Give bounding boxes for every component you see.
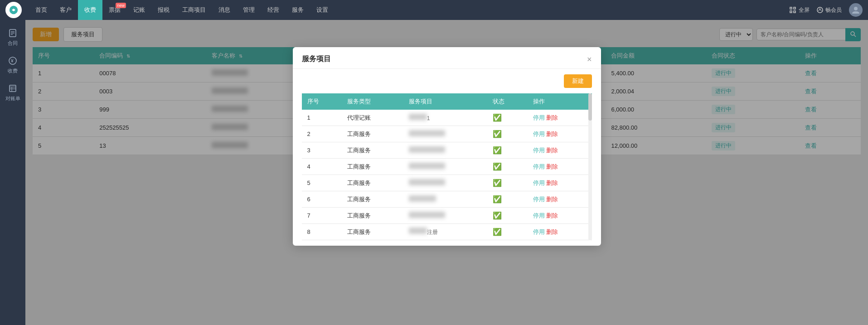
modal-table-row: 5 工商服务 ✅ 停用 删除 xyxy=(302,175,592,191)
delete-button[interactable]: 删除 xyxy=(546,163,558,171)
new-badge: new xyxy=(116,3,126,8)
disable-button[interactable]: 停用 xyxy=(533,195,545,204)
modal-cell-actions: 停用 删除 xyxy=(528,126,592,142)
modal-col-item: 服务项目 xyxy=(403,93,487,110)
status-check-icon: ✅ xyxy=(493,146,502,154)
delete-button[interactable]: 删除 xyxy=(546,195,558,204)
modal-table-row: 1 代理记账 1 ✅ 停用 删除 xyxy=(302,110,592,126)
modal-cell-seq: 4 xyxy=(302,159,342,175)
status-check-icon: ✅ xyxy=(493,163,502,170)
modal-close-button[interactable]: × xyxy=(587,55,592,63)
disable-button[interactable]: 停用 xyxy=(533,212,545,220)
modal-cell-status: ✅ xyxy=(487,159,528,175)
nav-home[interactable]: 首页 xyxy=(29,0,53,20)
modal-cell-seq: 8 xyxy=(302,224,342,240)
status-check-icon: ✅ xyxy=(493,195,502,203)
modal-cell-status: ✅ xyxy=(487,126,528,142)
modal-cell-type: 工商服务 xyxy=(342,175,403,191)
top-nav: 首页 客户 收费 票据 new 记账 报税 工商项目 消息 管理 经营 服务 设… xyxy=(0,0,868,20)
modal-cell-item xyxy=(403,175,487,191)
disable-button[interactable]: 停用 xyxy=(533,228,545,236)
app-logo xyxy=(5,2,22,18)
modal-cell-seq: 3 xyxy=(302,142,342,159)
delete-button[interactable]: 删除 xyxy=(546,228,558,236)
modal-cell-actions: 停用 删除 xyxy=(528,142,592,159)
modal-cell-type: 工商服务 xyxy=(342,126,403,142)
modal-cell-actions: 停用 删除 xyxy=(528,159,592,175)
disable-button[interactable]: 停用 xyxy=(533,130,545,138)
modal-table-row: 6 工商服务 ✅ 停用 删除 xyxy=(302,191,592,208)
modal-cell-seq: 1 xyxy=(302,110,342,126)
sidebar-reconcile-label: 对账单 xyxy=(5,95,20,102)
fullscreen-btn[interactable]: 全屏 xyxy=(790,6,809,14)
sidebar-contract-label: 合同 xyxy=(8,40,18,47)
modal-body: 新建 序号 服务类型 服务项目 状态 操作 xyxy=(293,69,601,246)
fee-icon: ¥ xyxy=(8,56,18,66)
nav-tax[interactable]: 报税 xyxy=(151,0,176,20)
modal-cell-item xyxy=(403,191,487,208)
modal-col-seq: 序号 xyxy=(302,93,342,110)
top-nav-right: 全屏 畅会员 xyxy=(790,3,863,17)
vip-btn[interactable]: 畅会员 xyxy=(817,6,842,14)
delete-button[interactable]: 删除 xyxy=(546,179,558,187)
modal-title: 服务项目 xyxy=(302,54,331,64)
sidebar: 合同 ¥ 收费 对账单 xyxy=(0,20,25,325)
nav-fee[interactable]: 收费 xyxy=(78,0,102,20)
svg-point-6 xyxy=(854,7,858,10)
disable-button[interactable]: 停用 xyxy=(533,163,545,171)
modal-cell-actions: 停用 删除 xyxy=(528,175,592,191)
sidebar-item-fee[interactable]: ¥ 收费 xyxy=(1,52,24,78)
nav-operation[interactable]: 经营 xyxy=(261,0,286,20)
disable-button[interactable]: 停用 xyxy=(533,179,545,187)
modal-cell-type: 工商服务 xyxy=(342,208,403,224)
status-check-icon: ✅ xyxy=(493,130,502,138)
delete-button[interactable]: 删除 xyxy=(546,146,558,155)
user-avatar[interactable] xyxy=(849,3,863,17)
status-check-icon: ✅ xyxy=(493,228,502,236)
modal-cell-status: ✅ xyxy=(487,175,528,191)
disable-button[interactable]: 停用 xyxy=(533,114,545,122)
svg-rect-2 xyxy=(794,7,795,9)
modal-scrollbar[interactable] xyxy=(588,93,592,240)
status-check-icon: ✅ xyxy=(493,114,502,121)
nav-message[interactable]: 消息 xyxy=(212,0,237,20)
contract-icon xyxy=(8,28,18,38)
modal-new-button[interactable]: 新建 xyxy=(564,74,592,88)
nav-manage[interactable]: 管理 xyxy=(237,0,261,20)
modal-cell-status: ✅ xyxy=(487,224,528,240)
nav-bookkeeping[interactable]: 记账 xyxy=(127,0,151,20)
status-check-icon: ✅ xyxy=(493,179,502,187)
delete-button[interactable]: 删除 xyxy=(546,212,558,220)
nav-service[interactable]: 服务 xyxy=(286,0,310,20)
sidebar-item-contract[interactable]: 合同 xyxy=(1,24,24,50)
sidebar-item-reconcile[interactable]: 对账单 xyxy=(1,80,24,106)
modal-overlay: 服务项目 × 新建 序号 服务类型 服务项目 xyxy=(25,20,868,325)
nav-customer[interactable]: 客户 xyxy=(53,0,78,20)
modal-header: 服务项目 × xyxy=(293,47,601,69)
modal-cell-seq: 2 xyxy=(302,126,342,142)
modal-col-actions: 操作 xyxy=(528,93,592,110)
modal-cell-seq: 5 xyxy=(302,175,342,191)
modal-cell-seq: 7 xyxy=(302,208,342,224)
delete-button[interactable]: 删除 xyxy=(546,130,558,138)
modal-table-row: 4 工商服务 ✅ 停用 删除 xyxy=(302,159,592,175)
nav-business[interactable]: 工商项目 xyxy=(176,0,212,20)
nav-bill[interactable]: 票据 new xyxy=(102,0,127,20)
modal-cell-item xyxy=(403,142,487,159)
reconcile-icon xyxy=(8,83,18,93)
service-items-table: 序号 服务类型 服务项目 状态 操作 1 代理记账 1 ✅ xyxy=(302,93,592,240)
sidebar-fee-label: 收费 xyxy=(8,68,18,74)
modal-cell-status: ✅ xyxy=(487,208,528,224)
modal-cell-actions: 停用 删除 xyxy=(528,224,592,240)
modal-cell-type: 代理记账 xyxy=(342,110,403,126)
item-text: 1 xyxy=(409,115,430,121)
modal-cell-item xyxy=(403,126,487,142)
delete-button[interactable]: 删除 xyxy=(546,114,558,122)
nav-settings[interactable]: 设置 xyxy=(310,0,335,20)
modal-table-container: 序号 服务类型 服务项目 状态 操作 1 代理记账 1 ✅ xyxy=(302,93,592,240)
modal-table-row: 7 工商服务 ✅ 停用 删除 xyxy=(302,208,592,224)
nav-items: 首页 客户 收费 票据 new 记账 报税 工商项目 消息 管理 经营 服务 设… xyxy=(29,0,790,20)
disable-button[interactable]: 停用 xyxy=(533,146,545,155)
modal-cell-type: 工商服务 xyxy=(342,191,403,208)
svg-rect-13 xyxy=(10,85,16,92)
